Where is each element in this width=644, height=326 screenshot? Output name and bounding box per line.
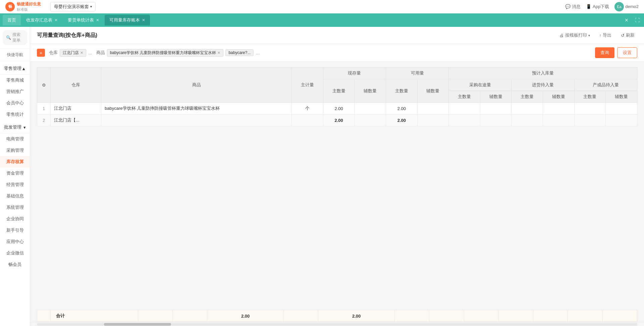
app-download-action[interactable]: 📱 App下载 (586, 4, 609, 10)
sidebar-search-inner: 🔍 搜索菜单 (3, 30, 27, 45)
total-current-main: 2.00 (207, 310, 284, 322)
filter-product-tag1[interactable]: babycare学饮杯 儿童防摔防撞吸管杯重力球吸嘴杯宝宝水杯 ✕ (107, 49, 224, 57)
th-settings[interactable]: ⚙ (37, 67, 51, 103)
sidebar-item-enterprise-wechat[interactable]: 企业微信 (0, 247, 30, 259)
data-table: ⚙ 仓库 商品 主计量 现存量 可用量 预计入库量 主数量 辅数量 主数量 辅数… (37, 67, 637, 126)
export-btn[interactable]: ↑ 导出 (597, 31, 614, 40)
tab-order-stats[interactable]: 要货单统计表 ✕ (63, 15, 104, 26)
sidebar-search[interactable]: 🔍 搜索菜单 (0, 27, 30, 49)
row1-available-main: 2.00 (386, 103, 418, 114)
total-pr-main (568, 310, 602, 322)
th-current-main-qty: 主数量 (323, 79, 355, 103)
sidebar-item-retail-mall[interactable]: 零售商城 (0, 75, 30, 86)
filter-product-tag2[interactable]: babycare?... (225, 49, 254, 56)
message-icon: 💬 (565, 4, 571, 9)
download-icon: 📱 (586, 4, 591, 9)
total-p-main (429, 310, 464, 322)
sidebar-item-quick-nav[interactable]: 快捷导航 (0, 49, 30, 61)
sidebar-item-ecommerce[interactable]: 电商管理 (0, 133, 30, 145)
sidebar-section-wholesale[interactable]: 批发管理 ▾ (0, 120, 30, 133)
sidebar-section-retail-header: 零售管理 ▲ (3, 64, 27, 73)
sidebar-item-inventory[interactable]: 库存核算 (0, 156, 30, 168)
page-header: 可用量查询(按仓库+商品) 🖨 按模板打印 ▾ ↑ 导出 ↺ 刷新 (30, 27, 644, 44)
total-unit-empty (172, 310, 207, 322)
row1-production-aux (606, 103, 637, 114)
user-area[interactable]: Ea demo2 (614, 2, 639, 11)
row1-current-aux (355, 103, 386, 114)
sidebar-item-retail-stats[interactable]: 零售统计 (0, 109, 30, 120)
sidebar-section-retail[interactable]: 零售管理 ▲ (0, 61, 30, 75)
sidebar-item-marketing[interactable]: 营销推广 (0, 86, 30, 97)
table-row: 2 江北门店【... 2.00 2.00 (37, 114, 637, 126)
filter-toggle-btn[interactable]: » (37, 49, 45, 57)
sidebar-item-enterprise-collab[interactable]: 企业协同 (0, 213, 30, 225)
sidebar-item-member-pro[interactable]: 畅会员 (0, 259, 30, 270)
th-forecast-in: 预计入库量 (449, 67, 637, 79)
refresh-btn[interactable]: ↺ 刷新 (618, 31, 637, 40)
sidebar-item-purchase[interactable]: 采购管理 (0, 145, 30, 156)
tab-order-stats-close[interactable]: ✕ (96, 18, 99, 22)
filter-right-actions: 查询 设置 (595, 47, 637, 58)
th-production: 产成品待入量 (574, 79, 637, 91)
th-current-stock: 现存量 (323, 67, 386, 79)
total-p-aux (464, 310, 498, 322)
th-available: 可用量 (386, 67, 449, 79)
industry-selector[interactable]: 母婴行业演示账套 ▾ (50, 2, 96, 11)
top-bar-left: 畅 畅捷通好生意 标准版 母婴行业演示账套 ▾ (5, 1, 96, 12)
export-icon: ↑ (599, 33, 602, 38)
th-product: 商品 (101, 67, 292, 103)
filter-warehouse-tag[interactable]: 江北门店 ✕ (60, 49, 86, 57)
total-row: 合计 2.00 2.00 (37, 310, 637, 322)
tab-home[interactable]: 首页 (3, 15, 21, 26)
scroll-thumb[interactable] (104, 323, 171, 326)
row2-current-main: 2.00 (323, 114, 355, 126)
sidebar: 🔍 搜索菜单 快捷导航 零售管理 ▲ 零售商城 营销推广 会员中心 零售统计 批… (0, 27, 30, 326)
tab-available-stock[interactable]: 可用量库存账本 ✕ (105, 15, 150, 26)
sidebar-item-basic-info[interactable]: 基础信息 (0, 190, 30, 202)
tab-receivable[interactable]: 收发存汇总表 ✕ (21, 15, 62, 26)
sidebar-item-system[interactable]: 系统管理 (0, 202, 30, 213)
print-btn[interactable]: 🖨 按模板打印 ▾ (557, 31, 593, 40)
chevron-icon: ▲ (21, 66, 26, 71)
sidebar-item-finance[interactable]: 资金管理 (0, 168, 30, 179)
sidebar-item-operations[interactable]: 经营管理 (0, 179, 30, 190)
filter-product-more[interactable]: ... (256, 50, 260, 55)
row2-purchase-main (449, 114, 480, 126)
setting-button[interactable]: 设置 (617, 47, 637, 58)
row2-incoming-main (512, 114, 543, 126)
logo-icon: 畅 (5, 2, 15, 11)
tab-available-stock-close[interactable]: ✕ (142, 18, 145, 22)
main-layout: 🔍 搜索菜单 快捷导航 零售管理 ▲ 零售商城 营销推广 会员中心 零售统计 批… (0, 27, 644, 326)
total-i-main (498, 310, 533, 322)
th-purchase-transit: 采购在途量 (449, 79, 512, 91)
sidebar-item-member[interactable]: 会员中心 (0, 97, 30, 109)
filter-warehouse-more[interactable]: ... (88, 50, 92, 55)
row1-incoming-aux (543, 103, 575, 114)
page-actions: 🖨 按模板打印 ▾ ↑ 导出 ↺ 刷新 (557, 31, 638, 40)
row2-unit (292, 114, 323, 126)
tab-available-stock-label: 可用量库存账本 (109, 17, 140, 23)
row2-incoming-aux (543, 114, 575, 126)
horizontal-scrollbar[interactable] (37, 323, 637, 326)
th-purchase-main-qty: 主数量 (449, 91, 480, 103)
page-title: 可用量查询(按仓库+商品) (37, 32, 97, 39)
close-tab-btn[interactable]: ✕ (623, 16, 631, 24)
filter-warehouse-label: 仓库 (49, 50, 58, 56)
filter-warehouse-group: 仓库 江北门店 ✕ ... (49, 49, 92, 57)
th-available-aux-qty: 辅数量 (417, 79, 449, 103)
filter-warehouse-close[interactable]: ✕ (80, 51, 83, 55)
gear-icon[interactable]: ⚙ (42, 83, 46, 88)
message-action[interactable]: 💬 消息 (565, 4, 581, 10)
total-pr-aux (602, 310, 637, 322)
total-table: 合计 2.00 2.00 (37, 310, 637, 322)
logo-text: 畅捷通好生意 标准版 (17, 1, 41, 12)
total-product-empty (138, 310, 172, 322)
expand-tab-btn[interactable]: ⛶ (633, 16, 641, 24)
avatar: Ea (614, 2, 624, 11)
row1-production-main (574, 103, 606, 114)
sidebar-item-new-guide[interactable]: 新手引导 (0, 225, 30, 236)
query-button[interactable]: 查询 (595, 47, 614, 58)
tab-receivable-close[interactable]: ✕ (54, 18, 58, 22)
sidebar-item-app-center[interactable]: 应用中心 (0, 236, 30, 247)
filter-product-tag1-close[interactable]: ✕ (217, 51, 220, 55)
